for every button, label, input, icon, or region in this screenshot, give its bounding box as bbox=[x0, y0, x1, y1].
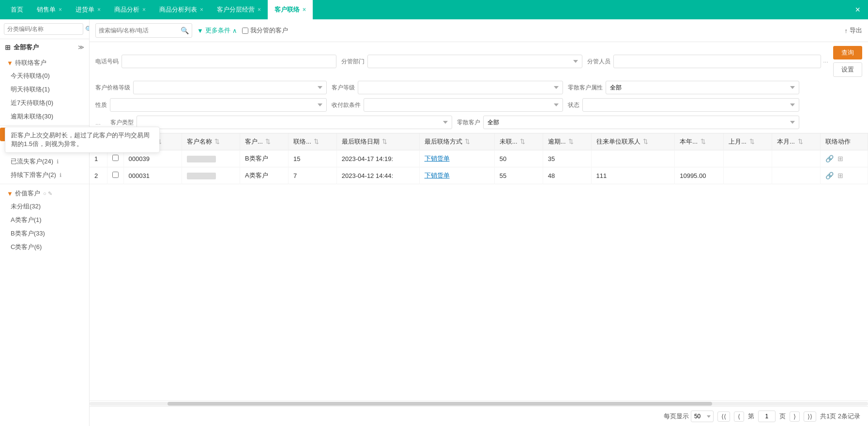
row2-last-method: 下销货单 bbox=[419, 167, 494, 184]
price-grade-select[interactable] bbox=[133, 81, 327, 94]
my-customer-checkbox[interactable] bbox=[242, 28, 248, 34]
sidebar-item-class-a[interactable]: A类客户(1) bbox=[0, 213, 89, 227]
col-contact-count: 联络... ⇅ bbox=[288, 133, 336, 150]
person-more-icon[interactable]: ··· bbox=[823, 58, 828, 65]
customer-type-select[interactable] bbox=[137, 116, 453, 129]
sort-contacts-icon[interactable]: ⇅ bbox=[643, 138, 648, 145]
row1-name-blurred bbox=[187, 156, 216, 162]
sort-year-icon[interactable]: ⇅ bbox=[700, 138, 706, 145]
sidebar-all-customers[interactable]: ⊞ 全部客户 ≫ bbox=[0, 39, 89, 56]
nav-product-analysis[interactable]: 商品分析 × bbox=[107, 0, 152, 19]
sort-unlisted-icon[interactable]: ⇅ bbox=[520, 138, 525, 145]
payment-select[interactable] bbox=[364, 98, 563, 112]
row2-contact: 7 bbox=[288, 167, 336, 184]
close-product-analysis-icon[interactable]: × bbox=[142, 6, 146, 13]
row1-year-amount bbox=[675, 150, 724, 167]
phone-input[interactable] bbox=[122, 55, 336, 68]
tooltip-box: 距客户上次交易时长，超过了此客户的平均交易周期的1.5倍，则视为异常。 bbox=[5, 127, 160, 153]
filter-person: 分管人员 ··· bbox=[587, 55, 828, 68]
person-input[interactable] bbox=[613, 55, 821, 68]
sidebar-item-ungrouped[interactable]: 未分组(32) bbox=[0, 200, 89, 213]
top-navigation: 首页 销售单 × 进货单 × 商品分析 × 商品分析列表 × 客户分层经营 × … bbox=[0, 0, 868, 19]
row2-overdue: 48 bbox=[543, 167, 591, 184]
nav-sales[interactable]: 销售单 × bbox=[30, 0, 69, 19]
row1-unlisted: 50 bbox=[494, 150, 543, 167]
dept-select[interactable] bbox=[367, 55, 582, 68]
sort-contact-icon[interactable]: ⇅ bbox=[314, 138, 319, 145]
sidebar-item-tomorrow-contact[interactable]: 明天待联络(1) bbox=[0, 83, 89, 96]
filter-row-1: 电话号码 分管部门 分管人员 ··· 查询 设置 bbox=[95, 46, 862, 77]
sidebar-value-customer-group[interactable]: ▼ 价值客户 ○ ✎ bbox=[0, 186, 89, 200]
close-segment-icon[interactable]: × bbox=[258, 6, 261, 13]
sidebar-item-today-contact[interactable]: 今天待联络(0) bbox=[0, 69, 89, 83]
sidebar-collapse-icon[interactable]: ≫ bbox=[78, 44, 84, 51]
filter-status: 状态 bbox=[568, 98, 799, 112]
sidebar-pending-contact-group[interactable]: ▼ 待联络客户 bbox=[0, 56, 89, 69]
col-grade: 客户... ⇅ bbox=[240, 133, 289, 150]
row1-last-month bbox=[724, 150, 772, 167]
sidebar-search-input[interactable] bbox=[4, 23, 83, 35]
search-icon[interactable]: 🔍 bbox=[181, 27, 189, 34]
sidebar-item-7day-contact[interactable]: 近7天待联络(0) bbox=[0, 96, 89, 110]
row1-last-method-link[interactable]: 下销货单 bbox=[425, 155, 450, 162]
more-filters-button[interactable]: ▼ 更多条件 ∧ bbox=[197, 26, 237, 35]
status-select[interactable] bbox=[582, 98, 799, 112]
sidebar-item-declining[interactable]: 持续下滑客户(2) ℹ bbox=[0, 168, 89, 182]
close-purchase-icon[interactable]: × bbox=[97, 6, 101, 13]
per-page-select[interactable]: 20 50 100 200 bbox=[691, 411, 714, 422]
retail-attr-select[interactable]: 全部 bbox=[606, 81, 799, 94]
filter-area: 电话号码 分管部门 分管人员 ··· 查询 设置 bbox=[90, 42, 868, 133]
close-sales-icon[interactable]: × bbox=[59, 6, 62, 13]
row2-action-link-icon[interactable]: 🔗 bbox=[825, 172, 834, 179]
sort-last-method-icon[interactable]: ⇅ bbox=[465, 138, 470, 145]
close-product-list-icon[interactable]: × bbox=[200, 6, 203, 13]
row1-name bbox=[182, 150, 240, 167]
retail-customer-select[interactable]: 全部 bbox=[483, 116, 799, 129]
grade-select[interactable] bbox=[358, 81, 563, 94]
row1-action-link-icon[interactable]: 🔗 bbox=[825, 155, 834, 162]
col-contacts: 往来单位联系人 ⇅ bbox=[591, 133, 675, 150]
gender-select[interactable] bbox=[110, 98, 327, 112]
sidebar-search-icon[interactable]: 🔍 bbox=[85, 26, 90, 33]
row2-checkbox[interactable] bbox=[112, 172, 119, 178]
nav-product-analysis-list[interactable]: 商品分析列表 × bbox=[152, 0, 210, 19]
col-year-amount: 本年... ⇅ bbox=[675, 133, 724, 150]
row2-last-method-link[interactable]: 下销货单 bbox=[425, 172, 450, 179]
sidebar-item-churned[interactable]: 已流失客户(24) ℹ bbox=[0, 155, 89, 168]
page-number-input[interactable] bbox=[758, 411, 776, 422]
sort-overdue-icon[interactable]: ⇅ bbox=[568, 138, 574, 145]
search-input[interactable] bbox=[99, 27, 181, 34]
sort-this-month-icon[interactable]: ⇅ bbox=[798, 138, 803, 145]
nav-purchase[interactable]: 进货单 × bbox=[69, 0, 107, 19]
sidebar-item-class-c[interactable]: C类客户(6) bbox=[0, 240, 89, 254]
prev-page-button[interactable]: ⟨ bbox=[734, 411, 744, 422]
query-button[interactable]: 查询 bbox=[833, 46, 862, 59]
value-group-edit-icon[interactable]: ○ ✎ bbox=[43, 191, 52, 197]
next-page-button[interactable]: ⟩ bbox=[790, 411, 800, 422]
arrow-down-icon: ▼ bbox=[7, 59, 13, 67]
last-page-button[interactable]: ⟩⟩ bbox=[804, 411, 816, 422]
row1-checkbox[interactable] bbox=[112, 155, 119, 161]
sidebar-item-overdue-contact[interactable]: 逾期未联络(30) bbox=[0, 110, 89, 123]
col-last-month: 上月... ⇅ bbox=[724, 133, 772, 150]
row2-action-grid-icon[interactable]: ⊞ bbox=[838, 172, 843, 179]
nav-home[interactable]: 首页 bbox=[4, 0, 30, 19]
window-close-button[interactable]: × bbox=[851, 5, 864, 15]
nav-customer-segment[interactable]: 客户分层经营 × bbox=[210, 0, 268, 19]
sort-last-date-icon[interactable]: ⇅ bbox=[382, 138, 387, 145]
filter-row-3: 性质 收付款条件 状态 bbox=[95, 98, 862, 112]
info-icon-declining: ℹ bbox=[60, 172, 61, 178]
sidebar-item-class-b[interactable]: B类客户(33) bbox=[0, 227, 89, 240]
close-contact-icon[interactable]: × bbox=[303, 6, 306, 13]
sort-name-icon[interactable]: ⇅ bbox=[214, 138, 220, 145]
nav-customer-contact[interactable]: 客户联络 × bbox=[268, 0, 313, 19]
row4-more-icon[interactable]: ... bbox=[95, 119, 106, 126]
setting-button[interactable]: 设置 bbox=[833, 62, 862, 77]
export-button[interactable]: ↑ 导出 bbox=[845, 26, 863, 35]
sort-last-month-icon[interactable]: ⇅ bbox=[749, 138, 755, 145]
row1-grade: B类客户 bbox=[240, 150, 289, 167]
sort-grade-icon[interactable]: ⇅ bbox=[265, 138, 271, 145]
first-page-button[interactable]: ⟨⟨ bbox=[717, 411, 730, 422]
horizontal-scroll-area[interactable] bbox=[90, 400, 868, 406]
row1-action-grid-icon[interactable]: ⊞ bbox=[838, 155, 843, 162]
